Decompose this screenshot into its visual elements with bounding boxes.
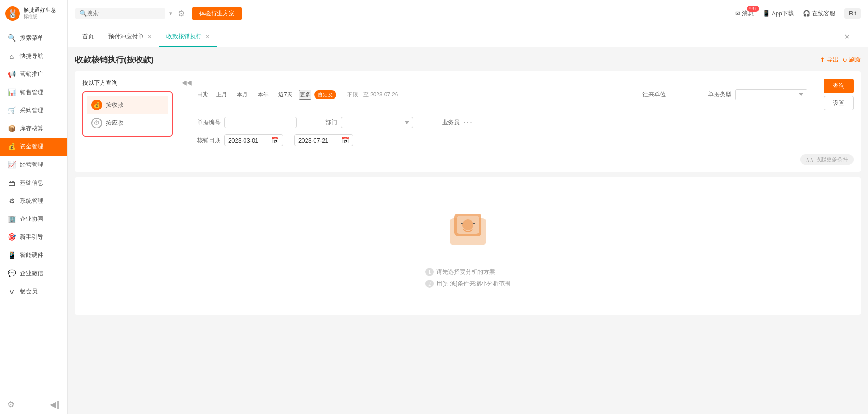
- dept-field: 部门: [326, 117, 413, 128]
- tabbar-actions: ✕ ⛶: [844, 33, 861, 41]
- sidebar-item-marketing[interactable]: 📢营销推广: [0, 65, 67, 83]
- main-area: 🔍 ▾ ⚙ 体验行业方案 ✉ 消息 99+ 📱 App下载 🎧 在线客服 Rit: [68, 0, 868, 414]
- this-month-btn[interactable]: 本月: [233, 90, 251, 100]
- sidebar-label-member: 畅会员: [20, 287, 38, 295]
- sidebar-item-operation[interactable]: 📈经营管理: [0, 156, 67, 174]
- search-box[interactable]: 🔍: [75, 8, 165, 19]
- topbar: 🔍 ▾ ⚙ 体验行业方案 ✉ 消息 99+ 📱 App下载 🎧 在线客服 Rit: [68, 0, 868, 27]
- sidebar-item-system[interactable]: ⚙系统管理: [0, 192, 67, 210]
- sidebar-item-purchase[interactable]: 🛒采购管理: [0, 101, 67, 119]
- empty-tips: 1 请先选择要分析的方案 2 用[过滤]条件来缩小分析范围: [425, 268, 510, 288]
- this-year-btn[interactable]: 本年: [254, 90, 272, 100]
- quicknav-icon: ⌂: [7, 52, 16, 61]
- sidebar-item-wechat[interactable]: 💬企业微信: [0, 264, 67, 282]
- verify-date-start[interactable]: 2023-03-01 📅: [224, 134, 283, 146]
- counterpart-field: 往来单位 ···: [642, 90, 679, 100]
- date-buttons: 上月 本月 本年 近7天 更多 自定义: [212, 90, 336, 100]
- filter-by-receipt[interactable]: 💰 按收款: [87, 96, 168, 114]
- settings-button[interactable]: 设置: [824, 96, 854, 110]
- tip-num-1: 1: [425, 268, 434, 276]
- last-month-btn[interactable]: 上月: [212, 90, 231, 100]
- topbar-gear-icon[interactable]: ⚙: [178, 9, 185, 19]
- close-all-tabs-icon[interactable]: ✕: [844, 33, 850, 41]
- sidebar-label-wechat: 企业微信: [20, 269, 43, 277]
- logo-text: 畅捷通好生意: [24, 7, 56, 14]
- last7days-btn[interactable]: 近7天: [275, 90, 296, 100]
- marketing-icon: 📢: [7, 70, 16, 79]
- chevron-down-icon[interactable]: ▾: [169, 10, 172, 17]
- dept-select[interactable]: [341, 117, 413, 128]
- verify-date-range: 2023-03-01 📅 — 2023-07-21 📅: [224, 134, 353, 146]
- dept-label: 部门: [326, 119, 337, 127]
- sidebar-item-guide[interactable]: 🎯新手引导: [0, 228, 67, 246]
- search-input[interactable]: [87, 10, 146, 17]
- query-button[interactable]: 查询: [824, 79, 854, 93]
- sidebar-logo: 🐰 畅捷通好生意 标准版: [0, 0, 67, 27]
- more-date-btn[interactable]: 更多: [299, 90, 311, 100]
- topbar-right: ✉ 消息 99+ 📱 App下载 🎧 在线客服 Rit: [735, 8, 861, 19]
- filter-by-receivable[interactable]: ⏱ 按应收: [87, 114, 168, 132]
- tab-prepay-label: 预付冲应付单: [108, 33, 144, 41]
- sidebar-item-enterprise[interactable]: 🏢企业协同: [0, 210, 67, 228]
- solution-button[interactable]: 体验行业方案: [192, 7, 242, 20]
- page-title: 收款核销执行(按收款): [75, 54, 154, 65]
- bill-type-label: 单据类型: [708, 90, 731, 99]
- bill-no-input[interactable]: [224, 117, 297, 128]
- by-receivable-label: 按应收: [106, 119, 123, 127]
- settings-icon[interactable]: ⚙: [7, 400, 14, 409]
- counterpart-more-icon[interactable]: ···: [670, 90, 679, 100]
- page-header-actions: ⬆ 导出 ↻ 刷新: [820, 56, 861, 64]
- expand-tab-icon[interactable]: ⛶: [854, 33, 861, 41]
- online-service-button[interactable]: 🎧 在线客服: [803, 10, 835, 18]
- sidebar-item-member[interactable]: V畅会员: [0, 282, 67, 300]
- inventory-icon: 📦: [7, 124, 16, 133]
- tab-receipt[interactable]: 收款核销执行 ✕: [159, 27, 217, 47]
- sidebar-item-inventory[interactable]: 📦库存核算: [0, 119, 67, 138]
- filter-row-2: 单据编号 部门 业务员 ···: [197, 117, 854, 128]
- message-badge: 99+: [747, 6, 759, 12]
- sidebar-item-search[interactable]: 🔍搜索菜单: [0, 29, 67, 47]
- sidebar-label-hardware: 智能硬件: [20, 251, 43, 259]
- sidebar-menu: 🔍搜索菜单⌂快捷导航📢营销推广📊销售管理🛒采购管理📦库存核算💰资金管理📈经营管理…: [0, 27, 67, 395]
- collapse-sidebar-icon[interactable]: ◀‖: [50, 400, 60, 409]
- verify-date-field: 核销日期 2023-03-01 📅 — 2023-07-21 📅: [197, 134, 353, 146]
- sidebar-item-quicknav[interactable]: ⌂快捷导航: [0, 47, 67, 65]
- tab-home[interactable]: 首页: [75, 27, 101, 47]
- page-header: 收款核销执行(按收款) ⬆ 导出 ↻ 刷新: [75, 54, 861, 65]
- close-prepay-tab-icon[interactable]: ✕: [147, 33, 152, 40]
- close-receipt-tab-icon[interactable]: ✕: [205, 33, 210, 40]
- sidebar-label-inventory: 库存核算: [20, 124, 43, 133]
- collapse-more-button[interactable]: ∧∧ 收起更多条件: [800, 154, 854, 165]
- message-button[interactable]: ✉ 消息 99+: [735, 10, 754, 18]
- app-icon: 📱: [763, 10, 770, 17]
- date-not-limit: 不限: [347, 91, 358, 99]
- refresh-button[interactable]: ↻ 刷新: [842, 56, 861, 64]
- sidebar-label-enterprise: 企业协同: [20, 215, 43, 223]
- sidebar-item-finance[interactable]: 💰资金管理: [0, 138, 67, 156]
- service-icon: 🎧: [803, 10, 810, 17]
- sidebar-item-hardware[interactable]: 📱智能硬件: [0, 246, 67, 264]
- verify-date-end[interactable]: 2023-07-21 📅: [294, 134, 353, 146]
- sidebar-label-search: 搜索菜单: [20, 34, 43, 42]
- filter-right: 日期 上月 本月 本年 近7天 更多 自定义 不限 至 2023-07-26: [197, 79, 854, 165]
- date-to-text: 至 2023-07-26: [363, 91, 398, 99]
- finance-icon: 💰: [7, 142, 16, 151]
- custom-date-tag[interactable]: 自定义: [314, 90, 336, 99]
- sidebar-label-basic: 基础信息: [20, 179, 43, 187]
- tab-prepay[interactable]: 预付冲应付单 ✕: [101, 27, 159, 47]
- sidebar-label-operation: 经营管理: [20, 161, 43, 169]
- sidebar-label-system: 系统管理: [20, 197, 43, 205]
- bill-no-field: 单据编号: [197, 117, 297, 128]
- sidebar-item-sales[interactable]: 📊销售管理: [0, 83, 67, 101]
- sidebar-item-basic[interactable]: 🗃基础信息: [0, 174, 67, 192]
- export-button[interactable]: ⬆ 导出: [820, 56, 839, 64]
- user-account[interactable]: Rit: [844, 8, 861, 19]
- collapse-filter-icon[interactable]: ◀◀: [182, 79, 192, 165]
- empty-state: 1 请先选择要分析的方案 2 用[过滤]条件来缩小分析范围: [75, 177, 861, 315]
- salesperson-more-icon[interactable]: ···: [463, 118, 473, 127]
- filter-row-3: 核销日期 2023-03-01 📅 — 2023-07-21 📅: [197, 134, 854, 146]
- chevron-up-icon: ∧∧: [806, 157, 814, 163]
- bill-type-select[interactable]: [735, 89, 807, 100]
- sidebar-label-marketing: 营销推广: [20, 70, 43, 78]
- app-download-button[interactable]: 📱 App下载: [763, 10, 794, 18]
